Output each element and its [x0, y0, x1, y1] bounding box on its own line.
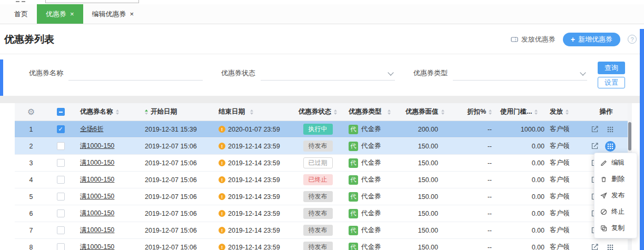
table-row[interactable]: 4 满1000-150 2019-12-07 15:06 ! 2019-12-1…: [15, 172, 632, 188]
coupon-name-link[interactable]: 满1000-150: [80, 243, 114, 250]
query-button[interactable]: 查询: [598, 62, 625, 74]
row-checkbox[interactable]: [57, 243, 65, 250]
sort-icon[interactable]: [566, 109, 569, 115]
coupon-name-link[interactable]: 满1000-150: [80, 158, 114, 167]
sort-icon[interactable]: [534, 109, 538, 115]
row-checkbox-cell: [47, 125, 74, 133]
end-date-cell: ! 2019-12-14 23:59: [219, 143, 292, 150]
row-checkbox[interactable]: [57, 159, 65, 167]
right-edge-scrollbar[interactable]: [640, 29, 644, 250]
settings-button[interactable]: 设置: [598, 77, 625, 88]
expiry-warning-icon: !: [219, 143, 225, 149]
coupon-status-select[interactable]: [261, 67, 395, 81]
column-header-status[interactable]: 优惠券状态: [292, 107, 343, 116]
usage-threshold: 0.00: [497, 159, 549, 167]
status-badge: 待发布: [303, 191, 333, 202]
table-row[interactable]: 5 满1000-150 2019-12-07 15:06 ! 2019-12-1…: [15, 188, 632, 205]
row-actions-cell: [584, 124, 628, 135]
status-badge: 已终止: [303, 174, 333, 185]
close-icon[interactable]: ×: [70, 11, 74, 17]
table-row[interactable]: 3 满1000-150 2019-12-07 15:06 ! 2019-12-1…: [15, 155, 632, 172]
coupon-name-link[interactable]: 满1000-150: [80, 175, 114, 184]
face-value: 150.00: [402, 159, 445, 167]
gear-icon[interactable]: ⚙: [27, 107, 35, 117]
column-header-threshold[interactable]: 使用门槛...: [497, 107, 549, 116]
edit-share-icon[interactable]: [591, 125, 599, 133]
column-header-start-date[interactable]: 开始日期: [145, 107, 219, 116]
menu-item-copy[interactable]: 复制: [595, 220, 637, 236]
sort-icon[interactable]: [489, 109, 492, 115]
add-coupon-button[interactable]: + 新增优惠券: [563, 33, 620, 46]
coupon-name-link[interactable]: 满1000-150: [80, 192, 114, 201]
menu-item-terminate[interactable]: 终止: [595, 204, 637, 220]
table-row[interactable]: 6 满1000-150 2019-12-07 15:06 ! 2019-12-1…: [15, 205, 632, 222]
status-badge: 待发布: [303, 141, 333, 151]
sort-icon[interactable]: [441, 109, 444, 115]
table-row[interactable]: 1 全场6折 2019-12-31 15:39 ! 2020-01-07 23:…: [15, 121, 632, 138]
row-checkbox[interactable]: [57, 142, 65, 150]
discount-percent: --: [445, 126, 497, 133]
status-cell: 待发布: [292, 208, 343, 218]
column-header-dispatch[interactable]: 发放: [549, 107, 584, 116]
voucher-type-icon: 代: [349, 243, 358, 250]
menu-item-publish[interactable]: 发布: [595, 187, 637, 204]
menu-item-edit[interactable]: 编辑: [595, 155, 637, 171]
section-divider: [0, 96, 644, 103]
close-icon[interactable]: ×: [130, 11, 134, 17]
scrollbar-thumb[interactable]: [628, 122, 631, 151]
column-header-coupon-name[interactable]: 优惠券名称: [74, 107, 145, 116]
column-header-discount[interactable]: 折扣%: [445, 107, 497, 116]
coupon-name-link[interactable]: 满1000-150: [80, 226, 114, 235]
column-label: 优惠券名称: [80, 107, 113, 116]
status-cell: 已过期: [292, 157, 343, 168]
tab-coupon[interactable]: 优惠券 ×: [37, 4, 83, 24]
distribute-coupon-link[interactable]: 发放优惠券: [511, 35, 556, 44]
row-checkbox[interactable]: [57, 176, 65, 184]
discount-percent: --: [445, 193, 497, 201]
row-checkbox[interactable]: [57, 193, 65, 201]
tab-home[interactable]: 首页: [5, 4, 37, 24]
end-date: 2019-12-14 23:59: [228, 193, 280, 201]
coupon-type-select[interactable]: [453, 67, 587, 81]
discount-percent: --: [445, 244, 497, 250]
coupon-name-link[interactable]: 满1000-150: [80, 209, 114, 218]
select-all-checkbox[interactable]: [57, 108, 65, 116]
row-checkbox[interactable]: [57, 209, 65, 217]
usage-threshold: 0.00: [497, 244, 549, 250]
type-label: 代金券: [361, 209, 381, 218]
end-date-cell: ! 2019-12-14 23:59: [219, 227, 292, 234]
row-checkbox-cell: [47, 209, 74, 217]
more-actions-icon[interactable]: [605, 242, 616, 250]
voucher-type-icon: 代: [349, 192, 358, 202]
sort-icon[interactable]: [250, 109, 253, 115]
coupon-name-link[interactable]: 全场6折: [80, 125, 103, 134]
tab-edit-coupon[interactable]: 编辑优惠券 ×: [83, 4, 143, 24]
row-checkbox-cell: [47, 243, 74, 250]
table-row[interactable]: 7 满1000-150 2019-12-07 15:06 ! 2019-12-1…: [15, 222, 632, 239]
column-settings[interactable]: ⚙: [15, 107, 47, 117]
sort-icon[interactable]: [116, 109, 119, 115]
table-row[interactable]: 2 满1000-150 2019-12-07 15:06 ! 2019-12-1…: [15, 138, 632, 155]
table-row[interactable]: 8 满1000-150 2019-12-07 15:06 ! 2019-12-1…: [15, 239, 632, 250]
help-icon[interactable]: ?: [628, 35, 637, 44]
type-cell: 代 代金券: [343, 209, 402, 218]
column-header-end-date[interactable]: 结束日期: [219, 107, 292, 116]
column-header-face-value[interactable]: 优惠券面值: [402, 107, 445, 116]
more-actions-icon[interactable]: [605, 124, 616, 135]
page-title: 优惠券列表: [4, 24, 54, 54]
coupon-name-link[interactable]: 满1000-150: [80, 142, 114, 151]
edit-share-icon[interactable]: [591, 243, 599, 250]
column-label: 发放: [550, 107, 563, 116]
sort-icon[interactable]: [388, 109, 391, 115]
face-value: 150.00: [402, 227, 445, 234]
sort-icon[interactable]: [334, 109, 337, 115]
sort-icon[interactable]: [145, 109, 148, 115]
edit-share-icon[interactable]: [591, 142, 599, 150]
menu-item-delete[interactable]: 删除: [595, 171, 637, 187]
row-checkbox[interactable]: [57, 125, 65, 133]
row-checkbox[interactable]: [57, 226, 65, 234]
more-actions-icon[interactable]: [605, 141, 616, 152]
column-header-type[interactable]: 优惠券类型: [343, 107, 402, 116]
start-date: 2019-12-07 15:06: [145, 193, 219, 201]
coupon-name-input[interactable]: [68, 67, 203, 81]
